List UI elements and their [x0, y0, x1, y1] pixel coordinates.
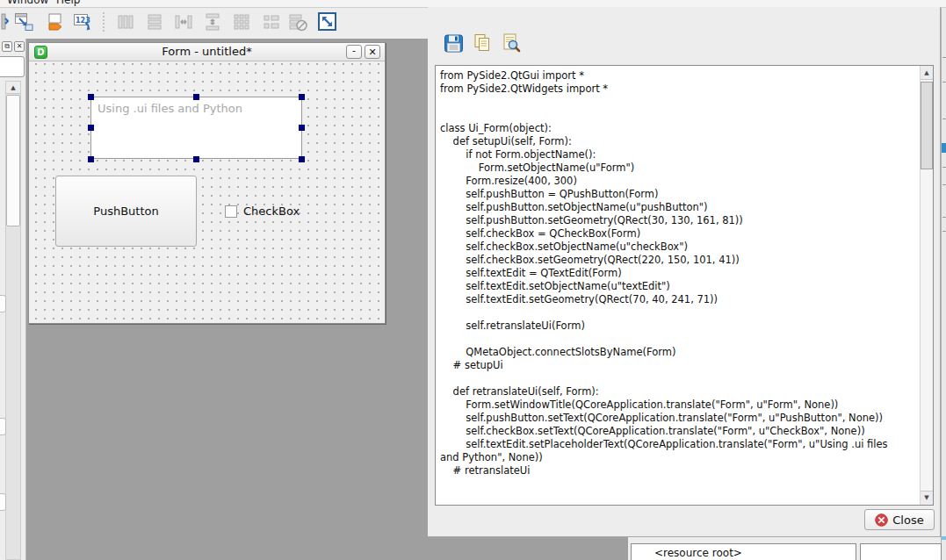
selection-fragment	[942, 143, 946, 153]
minimize-icon[interactable]: -	[346, 45, 362, 59]
save-icon[interactable]	[442, 32, 465, 54]
edit-widgets-icon[interactable]	[0, 10, 10, 33]
scroll-thumb[interactable]	[6, 95, 20, 226]
copy-icon[interactable]	[471, 32, 494, 54]
selection-handle-ne[interactable]	[299, 94, 305, 100]
close-icon[interactable]: ✕	[365, 45, 380, 59]
selection-fragment	[942, 536, 946, 540]
generated-python-code[interactable]: from PySide2.QtGui import * from PySide2…	[440, 69, 888, 477]
check-box-widget[interactable]: CheckBox	[222, 193, 311, 229]
selection-handle-s[interactable]	[193, 156, 199, 162]
form-editor-window: D Form - untitled* - ✕ Using .ui files a…	[28, 42, 386, 324]
widget-box-scrollbar[interactable]: ▲	[5, 81, 21, 560]
widget-list-item[interactable]	[0, 493, 6, 511]
toolbar-separator	[103, 12, 105, 32]
selection-handle-e[interactable]	[299, 125, 305, 131]
widget-filter-input[interactable]	[0, 56, 25, 77]
selection-handle-nw[interactable]	[88, 94, 94, 100]
edit-tab-order-icon[interactable]: 123	[70, 10, 94, 33]
selection-handle-se[interactable]	[299, 156, 305, 162]
text-edit-placeholder: Using .ui files and Python	[97, 102, 242, 115]
code-preview-dialog: from PySide2.QtGui import * from PySide2…	[428, 7, 941, 537]
layout-vertical-icon[interactable]	[142, 10, 166, 33]
code-dialog-toolbar	[442, 32, 523, 54]
find-icon[interactable]	[500, 32, 523, 54]
right-dock-strip	[941, 8, 946, 560]
form-canvas[interactable]: Using .ui files and Python PushButton Ch…	[29, 61, 385, 323]
menu-help[interactable]: Help	[56, 0, 80, 6]
svg-text:123: 123	[76, 16, 90, 24]
selection-handle-n[interactable]	[193, 94, 199, 100]
form-window-title: Form - untitled*	[29, 45, 385, 58]
text-edit-widget[interactable]: Using .ui files and Python	[90, 97, 302, 159]
widget-list-item[interactable]	[0, 295, 6, 312]
close-circle-icon	[875, 513, 888, 527]
scroll-down-icon[interactable]: ▼	[921, 491, 933, 505]
adjust-size-icon[interactable]	[315, 10, 339, 33]
layout-horizontal-icon[interactable]	[113, 10, 137, 33]
selection-handle-w[interactable]	[88, 125, 94, 131]
layout-splitter-horizontal-icon[interactable]	[171, 10, 195, 33]
scroll-thumb[interactable]	[921, 82, 933, 169]
layout-splitter-vertical-icon[interactable]	[200, 10, 224, 33]
bottom-right-panel	[860, 543, 942, 560]
widget-box-dock: ⧉ ✕ ▲	[0, 39, 26, 560]
dock-float-icon[interactable]: ⧉	[2, 41, 12, 52]
resource-browser-panel: <resource root>	[631, 543, 856, 560]
menu-window[interactable]: Window	[7, 0, 48, 6]
dock-close-icon[interactable]: ✕	[14, 41, 25, 52]
code-scrollbar[interactable]: ▲ ▼	[920, 66, 933, 505]
push-button-widget[interactable]: PushButton	[55, 176, 197, 247]
layout-grid-icon[interactable]	[229, 10, 253, 33]
resource-root-item[interactable]: <resource root>	[654, 547, 742, 559]
checkbox-label: CheckBox	[243, 205, 300, 218]
close-button[interactable]: Close	[864, 509, 935, 530]
widget-list-item[interactable]	[0, 418, 6, 435]
close-button-label: Close	[892, 513, 923, 527]
form-window-titlebar[interactable]: D Form - untitled* - ✕	[29, 43, 385, 61]
layout-form-icon[interactable]	[259, 10, 283, 33]
scroll-up-icon[interactable]: ▲	[921, 66, 933, 80]
selection-handle-sw[interactable]	[88, 156, 94, 162]
scroll-up-icon[interactable]: ▲	[6, 82, 20, 94]
edit-buddies-icon[interactable]	[44, 10, 68, 33]
break-layout-icon[interactable]	[285, 10, 309, 33]
edit-signals-slots-icon[interactable]	[11, 10, 35, 33]
code-text-area[interactable]: from PySide2.QtGui import * from PySide2…	[435, 65, 934, 506]
checkbox-box[interactable]	[225, 205, 237, 218]
